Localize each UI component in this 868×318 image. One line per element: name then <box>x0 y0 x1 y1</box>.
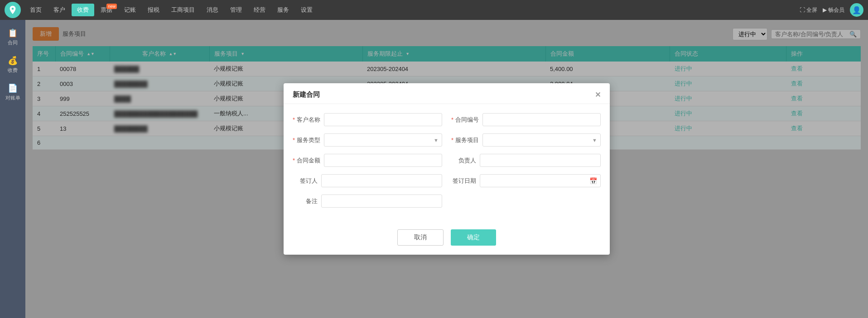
customer-name-label: 客户名称 <box>293 116 320 124</box>
nav-items: 首页 客户 收费 票据 new 记账 报税 工商项目 消息 管理 经营 服务 设… <box>24 4 800 16</box>
modal-close-button[interactable]: ✕ <box>595 90 601 99</box>
service-type-select-wrapper: ▼ <box>324 133 442 147</box>
nav-home[interactable]: 首页 <box>24 4 47 16</box>
customer-name-input[interactable] <box>324 113 442 126</box>
main-content: 新增 服务项目 进行中 已完成 全部 🔍 序号 合同编号 ▲▼ <box>25 20 868 318</box>
remark-input[interactable] <box>321 195 442 208</box>
avatar-icon: 👤 <box>852 6 861 14</box>
vip-button[interactable]: ▶ 畅会员 <box>823 6 844 14</box>
signatory-input[interactable] <box>321 174 442 187</box>
nav-business[interactable]: 工商项目 <box>166 4 200 16</box>
nav-tax[interactable]: 报税 <box>142 4 165 16</box>
billing-icon: 💰 <box>8 56 18 66</box>
sidebar-item-billing[interactable]: 💰 收费 <box>1 52 24 77</box>
calendar-icon[interactable]: 📅 <box>589 177 597 185</box>
nav-accounting[interactable]: 记账 <box>119 4 141 16</box>
cancel-button[interactable]: 取消 <box>397 229 444 246</box>
new-contract-modal: 新建合同 ✕ 客户名称 合同编号 <box>284 83 610 255</box>
signatory-label: 签订人 <box>293 177 318 185</box>
contract-amount-label: 合同金额 <box>293 157 320 165</box>
main-layout: 📋 合同 💰 收费 📄 对账单 新增 服务项目 进行中 已完成 全部 🔍 <box>0 20 868 318</box>
top-navigation: 首页 客户 收费 票据 new 记账 报税 工商项目 消息 管理 经营 服务 设… <box>0 0 868 20</box>
fullscreen-button[interactable]: ⛶ 全屏 <box>800 6 817 14</box>
form-row-1: 客户名称 合同编号 <box>293 113 601 126</box>
user-avatar[interactable]: 👤 <box>850 3 863 17</box>
sidebar: 📋 合同 💰 收费 📄 对账单 <box>0 20 25 318</box>
responsible-person-input[interactable] <box>480 154 601 167</box>
nav-services[interactable]: 服务 <box>272 4 294 16</box>
sign-date-wrapper: 2023-06-06 📅 <box>480 174 601 187</box>
contract-no-label: 合同编号 <box>451 116 479 124</box>
modal-overlay: 新建合同 ✕ 客户名称 合同编号 <box>25 20 868 318</box>
service-item-select-wrapper: ▼ <box>482 133 601 147</box>
service-type-select[interactable] <box>324 133 442 147</box>
new-badge: new <box>106 4 117 9</box>
form-row-2: 服务类型 ▼ 服务项目 ▼ <box>293 133 601 147</box>
responsible-person-label: 负责人 <box>451 157 476 165</box>
nav-customer[interactable]: 客户 <box>48 4 71 16</box>
confirm-button[interactable]: 确定 <box>451 229 496 246</box>
modal-header: 新建合同 ✕ <box>284 83 610 104</box>
service-type-label: 服务类型 <box>293 136 320 144</box>
nav-operations[interactable]: 经营 <box>248 4 271 16</box>
nav-invoice[interactable]: 票据 new <box>95 4 118 16</box>
app-logo[interactable] <box>5 2 21 18</box>
contract-no-group: 合同编号 <box>451 113 601 126</box>
contract-amount-input[interactable]: 0.00 <box>324 154 442 167</box>
customer-name-group: 客户名称 <box>293 113 442 126</box>
service-type-group: 服务类型 ▼ <box>293 133 442 147</box>
contract-no-input[interactable] <box>482 113 601 126</box>
fullscreen-icon: ⛶ <box>800 7 805 13</box>
remark-group: 备注 <box>293 195 442 208</box>
nav-management[interactable]: 管理 <box>225 4 247 16</box>
vip-icon: ▶ <box>823 7 827 13</box>
form-row-3: 合同金额 0.00 负责人 <box>293 154 601 167</box>
nav-settings[interactable]: 设置 <box>295 4 318 16</box>
responsible-person-group: 负责人 <box>451 154 601 167</box>
signatory-group: 签订人 <box>293 174 442 187</box>
sign-date-group: 签订日期 2023-06-06 📅 <box>451 174 601 187</box>
modal-title: 新建合同 <box>293 90 320 99</box>
sidebar-item-contract[interactable]: 📋 合同 <box>1 24 24 50</box>
nav-billing[interactable]: 收费 <box>72 4 94 16</box>
top-nav-right: ⛶ 全屏 ▶ 畅会员 👤 <box>800 3 863 17</box>
modal-footer: 取消 确定 <box>284 224 610 255</box>
form-row-5: 备注 <box>293 195 601 208</box>
modal-body: 客户名称 合同编号 服务类型 <box>284 104 610 224</box>
service-item-select[interactable] <box>482 133 601 147</box>
form-row-4: 签订人 签订日期 2023-06-06 📅 <box>293 174 601 187</box>
sign-date-input[interactable]: 2023-06-06 <box>480 174 601 187</box>
service-item-label: 服务项目 <box>451 136 479 144</box>
service-item-group: 服务项目 ▼ <box>451 133 601 147</box>
sign-date-label: 签订日期 <box>451 177 476 185</box>
contract-icon: 📋 <box>8 28 18 38</box>
statement-icon: 📄 <box>8 83 18 93</box>
remark-label: 备注 <box>293 197 318 205</box>
sidebar-item-statement[interactable]: 📄 对账单 <box>1 80 24 105</box>
contract-amount-group: 合同金额 0.00 <box>293 154 442 167</box>
nav-messages[interactable]: 消息 <box>201 4 224 16</box>
